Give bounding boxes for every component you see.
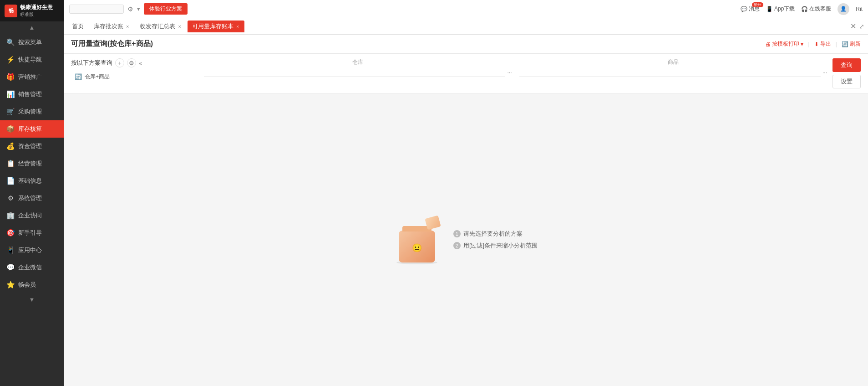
print-icon: 🖨 bbox=[765, 41, 771, 47]
search-input[interactable] bbox=[72, 6, 109, 12]
page-title: 可用量查询(按仓库+商品) bbox=[71, 39, 153, 49]
print-template-button[interactable]: 🖨 按模板打印 ▾ bbox=[765, 40, 803, 48]
app-download-button[interactable]: 📱 App下载 bbox=[766, 5, 795, 13]
sidebar-icon-member: ⭐ bbox=[6, 281, 15, 289]
refresh-icon: 🔄 bbox=[842, 41, 848, 47]
message-icon: 💬 bbox=[741, 6, 747, 12]
sidebar-icon-finance: 💰 bbox=[6, 142, 15, 150]
filter-scheme-header: 按以下方案查询 + ⚙ « bbox=[71, 58, 198, 67]
sidebar-item-basic[interactable]: 📄 基础信息 bbox=[0, 172, 64, 190]
message-badge: 99+ bbox=[752, 2, 763, 7]
tab-label-available: 可用量库存账本 bbox=[192, 22, 233, 31]
filter-panel: 按以下方案查询 + ⚙ « 🔄 仓库+商品 仓库 ··· bbox=[64, 54, 868, 93]
empty-state: 😐 1 请先选择要分析的方案 2 用[过滤]条件来缩小分析范围 bbox=[64, 93, 868, 386]
export-icon: ⬇ bbox=[814, 41, 819, 47]
tabs-container: 首页库存批次账×收发存汇总表×可用量库存账本× bbox=[67, 21, 849, 32]
tab-label-summary: 收发存汇总表 bbox=[140, 22, 175, 31]
sidebar-icon-basic: 📄 bbox=[6, 177, 15, 185]
sidebar: 畅 畅康通好生意 标准版 ▲ 🔍 搜索菜单 ⚡ 快捷导航 🎁 营销推广 📊 销售… bbox=[0, 0, 64, 386]
sidebar-item-inventory[interactable]: 📦 库存核算 bbox=[0, 120, 64, 138]
close-all-tabs-button[interactable]: ✕ bbox=[850, 22, 856, 31]
sidebar-icon-marketing: 🎁 bbox=[6, 73, 15, 81]
tab-summary[interactable]: 收发存汇总表× bbox=[135, 21, 186, 32]
export-label: 导出 bbox=[820, 40, 831, 48]
sidebar-item-appcenter[interactable]: 📱 应用中心 bbox=[0, 242, 64, 259]
avatar-placeholder-icon: 👤 bbox=[840, 6, 847, 12]
sidebar-items-list: 🔍 搜索菜单 ⚡ 快捷导航 🎁 营销推广 📊 销售管理 🛒 采购管理 📦 库存核… bbox=[0, 34, 64, 293]
topbar-gear-icon[interactable]: ⚙ bbox=[127, 5, 133, 13]
sidebar-label-shortcut: 快捷导航 bbox=[18, 56, 42, 64]
message-button[interactable]: 💬 消息 99+ bbox=[741, 5, 760, 13]
filter-scheme-item[interactable]: 🔄 仓库+商品 bbox=[71, 71, 198, 82]
sidebar-icon-inventory: 📦 bbox=[6, 125, 15, 133]
scheme-icon: 🔄 bbox=[75, 73, 82, 80]
trial-button[interactable]: 体验行业方案 bbox=[144, 3, 188, 15]
sidebar-header: 畅 畅康通好生意 标准版 bbox=[0, 0, 64, 21]
tab-label-batch: 库存批次账 bbox=[94, 22, 123, 31]
sidebar-label-member: 畅会员 bbox=[18, 281, 36, 289]
sidebar-scroll-up[interactable]: ▲ bbox=[0, 21, 64, 34]
scheme-settings-button[interactable]: ⚙ bbox=[127, 58, 136, 67]
product-more-button[interactable]: ··· bbox=[822, 69, 827, 76]
empty-box-face: 😐 bbox=[412, 243, 422, 253]
sidebar-item-search[interactable]: 🔍 搜索菜单 bbox=[0, 34, 64, 51]
product-filter-field: 商品 ··· bbox=[519, 58, 827, 77]
warehouse-more-button[interactable]: ··· bbox=[507, 69, 512, 76]
collapse-filter-button[interactable]: « bbox=[139, 60, 142, 67]
sidebar-label-sales: 销售管理 bbox=[18, 90, 42, 98]
tab-batch[interactable]: 库存批次账× bbox=[89, 21, 134, 32]
sidebar-title-wrap: 畅康通好生意 标准版 bbox=[20, 4, 53, 18]
sidebar-item-purchase[interactable]: 🛒 采购管理 bbox=[0, 103, 64, 120]
sidebar-label-system: 系统管理 bbox=[18, 194, 42, 202]
tab-close-summary[interactable]: × bbox=[177, 24, 182, 29]
tabs-right-buttons: ✕ ⤢ bbox=[850, 22, 864, 31]
sidebar-item-enterprise[interactable]: 🏢 企业协同 bbox=[0, 207, 64, 224]
sidebar-item-sales[interactable]: 📊 销售管理 bbox=[0, 86, 64, 103]
sidebar-item-member[interactable]: ⭐ 畅会员 bbox=[0, 276, 64, 293]
refresh-button[interactable]: 🔄 刷新 bbox=[842, 40, 861, 48]
sidebar-item-shortcut[interactable]: ⚡ 快捷导航 bbox=[0, 51, 64, 68]
expand-button[interactable]: ⤢ bbox=[859, 23, 864, 30]
sidebar-item-operations[interactable]: 📋 经营管理 bbox=[0, 155, 64, 172]
sidebar-icon-search: 🔍 bbox=[6, 38, 15, 46]
username[interactable]: Rit bbox=[856, 6, 863, 12]
filter-scheme-title: 按以下方案查询 bbox=[71, 59, 112, 67]
tab-available[interactable]: 可用量库存账本× bbox=[188, 21, 244, 32]
add-scheme-button[interactable]: + bbox=[115, 58, 124, 67]
sidebar-icon-appcenter: 📱 bbox=[6, 246, 15, 254]
topbar-chevron-icon[interactable]: ▾ bbox=[137, 5, 140, 12]
export-button[interactable]: ⬇ 导出 bbox=[814, 40, 831, 48]
sidebar-item-system[interactable]: ⚙ 系统管理 bbox=[0, 190, 64, 207]
sidebar-scroll-down[interactable]: ▼ bbox=[0, 293, 64, 306]
empty-paper bbox=[425, 216, 441, 230]
sidebar-item-newbie[interactable]: 🎯 新手引导 bbox=[0, 224, 64, 242]
sidebar-label-purchase: 采购管理 bbox=[18, 108, 42, 116]
app-icon: 📱 bbox=[766, 6, 773, 12]
product-input[interactable] bbox=[519, 67, 821, 77]
tab-close-batch[interactable]: × bbox=[125, 24, 130, 29]
warehouse-label: 仓库 bbox=[204, 58, 512, 66]
empty-illustration: 😐 bbox=[394, 217, 440, 262]
avatar: 👤 bbox=[838, 3, 849, 15]
topbar-right: 💬 消息 99+ 📱 App下载 🎧 在线客服 👤 Rit bbox=[741, 3, 863, 15]
warehouse-input[interactable] bbox=[204, 67, 505, 77]
tabs-bar: 首页库存批次账×收发存汇总表×可用量库存账本× ✕ ⤢ bbox=[64, 18, 868, 35]
sidebar-label-search: 搜索菜单 bbox=[18, 38, 42, 46]
tab-close-available[interactable]: × bbox=[235, 24, 240, 29]
sidebar-item-finance[interactable]: 💰 资金管理 bbox=[0, 138, 64, 155]
sidebar-label-marketing: 营销推广 bbox=[18, 73, 42, 81]
sidebar-icon-enterprise: 🏢 bbox=[6, 211, 15, 220]
sidebar-item-marketing[interactable]: 🎁 营销推广 bbox=[0, 68, 64, 86]
sidebar-item-wechat[interactable]: 💬 企业微信 bbox=[0, 259, 64, 276]
service-label: 在线客服 bbox=[809, 5, 831, 13]
tab-home[interactable]: 首页 bbox=[67, 21, 88, 32]
sidebar-label-appcenter: 应用中心 bbox=[18, 246, 42, 254]
product-label: 商品 bbox=[519, 58, 827, 66]
query-button[interactable]: 查询 bbox=[832, 58, 861, 72]
service-button[interactable]: 🎧 在线客服 bbox=[801, 5, 831, 13]
page-header: 可用量查询(按仓库+商品) 🖨 按模板打印 ▾ | ⬇ 导出 | 🔄 刷新 bbox=[64, 35, 868, 54]
sidebar-icon-wechat: 💬 bbox=[6, 263, 15, 272]
settings-button[interactable]: 设置 bbox=[832, 75, 861, 88]
page-header-actions: 🖨 按模板打印 ▾ | ⬇ 导出 | 🔄 刷新 bbox=[765, 40, 861, 48]
filter-action-buttons: 查询 设置 bbox=[832, 58, 861, 88]
